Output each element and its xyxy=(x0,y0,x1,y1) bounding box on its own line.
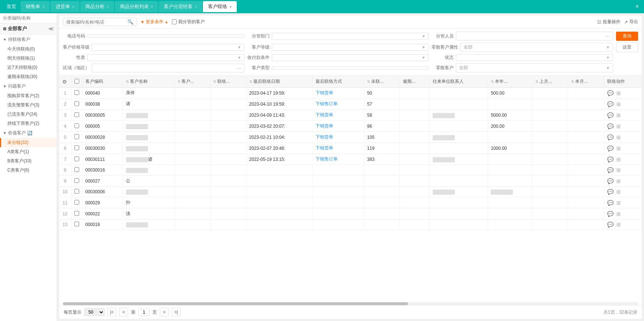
row-checkbox[interactable] xyxy=(74,145,79,150)
phone-input[interactable] xyxy=(87,35,244,38)
sidebar-group-problem[interactable]: ▼ 问题客户 xyxy=(0,81,57,91)
grid-action-icon[interactable]: ⊞ xyxy=(616,156,621,162)
sidebar-item-tomorrow-pending[interactable]: 明天待联络(1) xyxy=(0,54,57,63)
my-customers-checkbox[interactable]: 我分管的客户 xyxy=(172,19,205,25)
tab-customer-segment[interactable]: 客户分层经客 × xyxy=(159,1,202,12)
chat-icon[interactable]: 💬 xyxy=(607,101,613,107)
chat-icon[interactable]: 💬 xyxy=(607,200,613,206)
row-checkbox[interactable] xyxy=(74,156,79,161)
grid-action-icon[interactable]: ⊞ xyxy=(616,112,621,118)
dept-select[interactable]: ▼ xyxy=(272,33,429,40)
batch-ops-button[interactable]: ☑ 批量操作 xyxy=(597,19,620,25)
sidebar-group-pending[interactable]: ▼ 待联络客户 xyxy=(0,35,57,45)
chat-icon[interactable]: 💬 xyxy=(607,167,613,173)
customer-type-input[interactable] xyxy=(272,67,429,70)
search-icon[interactable]: 🔍 xyxy=(127,19,133,25)
close-tab-icon[interactable]: × xyxy=(72,5,74,9)
tab-product-analysis[interactable]: 商品分析 × xyxy=(80,1,114,12)
page-size-select[interactable]: 50 20 100 xyxy=(84,308,105,316)
my-customers-check[interactable] xyxy=(172,20,177,24)
row-checkbox[interactable] xyxy=(74,211,79,216)
row-checkbox[interactable] xyxy=(74,90,79,95)
page-input[interactable] xyxy=(138,308,149,316)
payment-select[interactable]: ▼ xyxy=(272,54,429,61)
sidebar-item-churned[interactable]: 已流失客户(24) xyxy=(0,110,57,119)
tab-purchase-order[interactable]: 进货单 × xyxy=(50,1,80,12)
query-button[interactable]: 查询 xyxy=(616,32,638,41)
chat-icon[interactable]: 💬 xyxy=(607,112,613,118)
sidebar-item-churn-warning[interactable]: 流失预警客户(3) xyxy=(0,100,57,110)
grid-action-icon[interactable]: ⊞ xyxy=(616,167,621,173)
close-active-tab-icon[interactable]: × xyxy=(229,5,232,9)
scrollbar-thumb[interactable] xyxy=(63,302,408,305)
chat-icon[interactable]: 💬 xyxy=(607,178,613,184)
nature-select[interactable]: ▼ xyxy=(87,54,244,61)
prev-page-button[interactable]: < xyxy=(119,308,128,317)
tab-product-analysis-list[interactable]: 商品分析列表 × xyxy=(115,1,158,12)
sidebar-search-input[interactable] xyxy=(3,15,57,21)
price-level-select[interactable]: ▼ xyxy=(92,44,244,51)
sidebar-item-unclassified[interactable]: 未分组(32) xyxy=(0,138,57,147)
sidebar-item-declining[interactable]: 持续下滑客户(2) xyxy=(0,119,57,128)
sidebar-item-class-c[interactable]: C类客户(6) xyxy=(0,166,57,175)
row-checkbox[interactable] xyxy=(74,101,79,106)
chat-icon[interactable]: 💬 xyxy=(607,145,613,151)
manager-input[interactable]: ··· xyxy=(456,32,613,40)
row-checkbox[interactable] xyxy=(74,200,79,205)
search-input[interactable] xyxy=(66,20,126,25)
settings-icon[interactable]: ⚙ xyxy=(62,79,67,85)
close-tab-icon[interactable]: × xyxy=(42,5,45,9)
home-tab[interactable]: 首页 xyxy=(3,2,20,11)
sidebar-group-value[interactable]: ▼ 价值客户 🔄 xyxy=(0,128,57,138)
row-checkbox[interactable] xyxy=(74,123,79,128)
grid-action-icon[interactable]: ⊞ xyxy=(616,123,621,129)
grid-action-icon[interactable]: ⊞ xyxy=(616,211,621,217)
close-tab-icon[interactable]: × xyxy=(107,5,109,9)
all-customers-header[interactable]: ⊞ 全部客户 ≪ xyxy=(0,23,57,35)
row-checkbox[interactable] xyxy=(74,112,79,117)
row-checkbox[interactable] xyxy=(74,178,79,183)
tab-sales-order[interactable]: 销售单 × xyxy=(21,1,50,12)
more-conditions-button[interactable]: ▼ 更多条件 ▲ xyxy=(140,19,168,25)
region-input[interactable]: ··· xyxy=(92,64,244,73)
close-tab-icon[interactable]: × xyxy=(151,5,153,9)
close-tab-icon[interactable]: × xyxy=(195,5,197,9)
grid-action-icon[interactable]: ⊞ xyxy=(616,90,621,96)
retail-customer-select[interactable]: 全部▼ xyxy=(456,63,613,73)
chat-icon[interactable]: 💬 xyxy=(607,134,613,140)
row-checkbox[interactable] xyxy=(74,134,79,139)
sidebar-item-today-pending[interactable]: 今天待联络(0) xyxy=(0,45,57,54)
grid-action-icon[interactable]: ⊞ xyxy=(616,178,621,184)
tab-customer-contact[interactable]: 客户联络 × xyxy=(203,1,237,12)
export-button[interactable]: ↗ 导出 xyxy=(624,19,638,25)
last-page-button[interactable]: >| xyxy=(172,308,180,317)
reset-button[interactable]: 设置 xyxy=(616,42,638,52)
row-checkbox[interactable] xyxy=(74,167,79,172)
sidebar-item-overdue-pending[interactable]: 逾期未联络(30) xyxy=(0,72,57,81)
sidebar-item-abnormal[interactable]: 囤购异常客户(2) xyxy=(0,91,57,100)
sidebar-item-7day-pending[interactable]: 近7天待联络(0) xyxy=(0,63,57,72)
close-all-button[interactable]: × xyxy=(633,3,641,10)
row-checkbox[interactable] xyxy=(74,222,79,226)
row-checkbox[interactable] xyxy=(74,189,79,194)
sidebar-item-class-b[interactable]: B类客户(33) xyxy=(0,156,57,166)
grid-action-icon[interactable]: ⊞ xyxy=(616,189,621,195)
collapse-sidebar-icon[interactable]: ≪ xyxy=(48,26,54,32)
horizontal-scrollbar[interactable] xyxy=(63,302,638,305)
next-page-button[interactable]: > xyxy=(160,308,169,317)
chat-icon[interactable]: 💬 xyxy=(607,222,613,227)
grid-action-icon[interactable]: ⊞ xyxy=(616,145,621,151)
select-all-checkbox[interactable] xyxy=(74,79,79,84)
first-page-button[interactable]: |< xyxy=(108,308,116,317)
sidebar-item-class-a[interactable]: A类客户(1) xyxy=(0,147,57,156)
customer-level-select[interactable]: ▼ xyxy=(272,44,429,51)
status-select[interactable]: ▼ xyxy=(456,54,613,61)
grid-action-icon[interactable]: ⊞ xyxy=(616,222,621,227)
grid-action-icon[interactable]: ⊞ xyxy=(616,134,621,140)
retail-attr-select[interactable]: 全部▼ xyxy=(460,43,613,52)
grid-action-icon[interactable]: ⊞ xyxy=(616,101,621,107)
grid-action-icon[interactable]: ⊞ xyxy=(616,200,621,206)
chat-icon[interactable]: 💬 xyxy=(607,123,613,129)
chat-icon[interactable]: 💬 xyxy=(607,156,613,162)
chat-icon[interactable]: 💬 xyxy=(607,189,613,195)
